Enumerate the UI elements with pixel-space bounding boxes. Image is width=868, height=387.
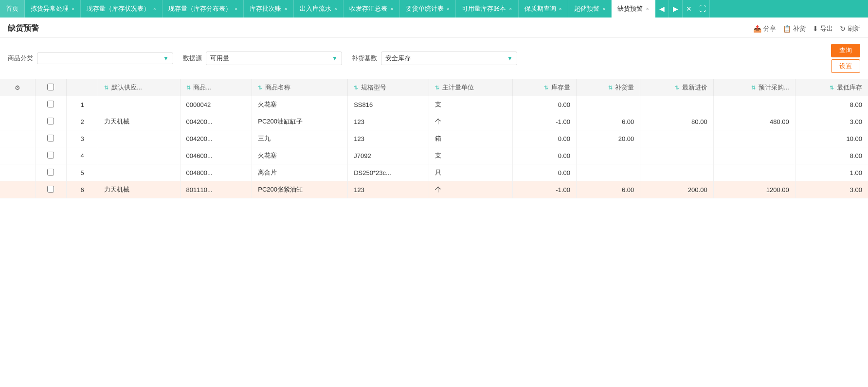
- row-checkbox[interactable]: [47, 169, 54, 176]
- row-code: 004200...: [180, 113, 252, 130]
- row-replenish: [576, 147, 640, 164]
- row-checkbox[interactable]: [47, 101, 54, 107]
- row-checkbox-cell[interactable]: [35, 113, 66, 130]
- export-label: 导出: [820, 24, 833, 33]
- tab-11-close[interactable]: ×: [646, 6, 649, 12]
- row-unit: 个: [429, 181, 512, 198]
- tab-3-close[interactable]: ×: [235, 6, 237, 12]
- tab-8[interactable]: 可用量库存账本 ×: [456, 0, 518, 18]
- tab-4-close[interactable]: ×: [284, 6, 287, 12]
- refresh-label: 刷新: [848, 24, 860, 33]
- tab-9[interactable]: 保质期查询 ×: [519, 0, 568, 18]
- row-spec: DS250*23c...: [348, 164, 429, 181]
- tab-close-all-button[interactable]: ✕: [683, 0, 696, 18]
- row-index: 5: [66, 164, 98, 181]
- tab-7-close[interactable]: ×: [447, 6, 450, 12]
- row-name: PC200张紧油缸: [252, 181, 348, 198]
- row-price: 200.00: [640, 181, 713, 198]
- tab-next-button[interactable]: ▶: [669, 0, 683, 18]
- replenish-icon: 📋: [783, 25, 791, 33]
- row-stock: -1.00: [512, 181, 576, 198]
- table-row: 4 004600... 火花塞 J7092 支 0.00 8.00: [0, 147, 868, 164]
- sort-price-icon: ⇅: [675, 85, 679, 90]
- filter-group-category: 商品分类 ▼: [8, 53, 173, 64]
- settings-col-icon[interactable]: ⚙: [15, 84, 20, 91]
- share-button[interactable]: 📤 分享: [753, 24, 776, 33]
- row-checkbox[interactable]: [47, 186, 54, 193]
- datasource-value: 可用量: [210, 54, 229, 63]
- row-checkbox[interactable]: [47, 152, 54, 158]
- tab-3[interactable]: 现存量（库存分布表） ×: [163, 0, 244, 18]
- row-purchase: [713, 130, 795, 147]
- tab-10-close[interactable]: ×: [602, 6, 605, 12]
- col-header-unit[interactable]: ⇅ 主计量单位: [429, 79, 512, 96]
- tab-expand-button[interactable]: ⛶: [696, 0, 710, 18]
- row-unit: 箱: [429, 130, 512, 147]
- tab-2-close[interactable]: ×: [153, 6, 156, 12]
- tab-1[interactable]: 拣货异常处理 ×: [25, 0, 81, 18]
- select-all-checkbox[interactable]: [47, 84, 54, 90]
- row-supplier: [98, 96, 180, 113]
- row-unit: 支: [429, 147, 512, 164]
- row-checkbox-cell[interactable]: [35, 96, 66, 113]
- row-purchase: 1200.00: [713, 181, 795, 198]
- refresh-button[interactable]: ↻ 刷新: [840, 24, 860, 33]
- settings-button[interactable]: 设置: [831, 59, 860, 73]
- col-header-replenish[interactable]: ⇅ 补货量: [576, 79, 640, 96]
- datasource-select[interactable]: 可用量 ▼: [206, 52, 342, 65]
- col-price-label: 最新进价: [682, 84, 707, 91]
- row-checkbox-cell[interactable]: [35, 147, 66, 164]
- col-header-price[interactable]: ⇅ 最新进价: [640, 79, 713, 96]
- row-code: 0000042: [180, 96, 252, 113]
- category-select[interactable]: ▼: [37, 53, 173, 64]
- tab-10-label: 超储预警: [574, 4, 599, 13]
- replenish-base-select[interactable]: 安全库存 ▼: [381, 52, 517, 65]
- export-button[interactable]: ⬇ 导出: [813, 24, 833, 33]
- tab-11[interactable]: 缺货预警 ×: [612, 0, 655, 18]
- replenish-button[interactable]: 📋 补货: [783, 24, 806, 33]
- sort-code-icon: ⇅: [186, 85, 191, 90]
- col-header-settings[interactable]: ⚙: [0, 79, 35, 96]
- tab-6[interactable]: 收发存汇总表 ×: [344, 0, 399, 18]
- tab-home[interactable]: 首页: [0, 0, 25, 18]
- row-stock: 0.00: [512, 96, 576, 113]
- col-minstock-label: 最低库存: [837, 84, 862, 91]
- row-replenish: 6.00: [576, 113, 640, 130]
- row-checkbox-cell[interactable]: [35, 130, 66, 147]
- tab-7[interactable]: 要货单统计表 ×: [400, 0, 456, 18]
- tab-6-close[interactable]: ×: [390, 6, 393, 12]
- row-stock: -1.00: [512, 113, 576, 130]
- share-label: 分享: [763, 24, 776, 33]
- row-name: 火花塞: [252, 147, 348, 164]
- row-checkbox[interactable]: [47, 118, 54, 124]
- col-header-spec[interactable]: ⇅ 规格型号: [348, 79, 429, 96]
- tab-8-close[interactable]: ×: [509, 6, 512, 12]
- row-index: 3: [66, 130, 98, 147]
- col-header-stock[interactable]: ⇅ 库存量: [512, 79, 576, 96]
- row-price: [640, 164, 713, 181]
- tab-5[interactable]: 出入库流水 ×: [294, 0, 344, 18]
- tab-prev-button[interactable]: ◀: [655, 0, 669, 18]
- tab-1-label: 拣货异常处理: [31, 4, 69, 13]
- tab-5-close[interactable]: ×: [334, 6, 337, 12]
- tab-9-close[interactable]: ×: [559, 6, 562, 12]
- col-header-supplier[interactable]: ⇅ 默认供应...: [98, 79, 180, 96]
- share-icon: 📤: [753, 25, 761, 33]
- row-minstock: 3.00: [795, 181, 868, 198]
- tab-10[interactable]: 超储预警 ×: [568, 0, 612, 18]
- col-header-purchase[interactable]: ⇅ 预计采购...: [713, 79, 795, 96]
- tab-bar: 首页 拣货异常处理 × 现存量（库存状况表） × 现存量（库存分布表） × 库存…: [0, 0, 868, 18]
- row-checkbox-cell[interactable]: [35, 181, 66, 198]
- col-header-checkbox[interactable]: [35, 79, 66, 96]
- col-header-minstock[interactable]: ⇅ 最低库存: [795, 79, 868, 96]
- col-header-code[interactable]: ⇅ 商品...: [180, 79, 252, 96]
- row-checkbox[interactable]: [47, 135, 54, 141]
- query-button[interactable]: 查询: [831, 44, 860, 57]
- sort-unit-icon: ⇅: [435, 85, 439, 90]
- col-header-name[interactable]: ⇅ 商品名称: [252, 79, 348, 96]
- row-checkbox-cell[interactable]: [35, 164, 66, 181]
- tab-4[interactable]: 库存批次账 ×: [244, 0, 293, 18]
- tab-2[interactable]: 现存量（库存状况表） ×: [81, 0, 162, 18]
- tab-1-close[interactable]: ×: [72, 6, 74, 12]
- row-spec: SS816: [348, 96, 429, 113]
